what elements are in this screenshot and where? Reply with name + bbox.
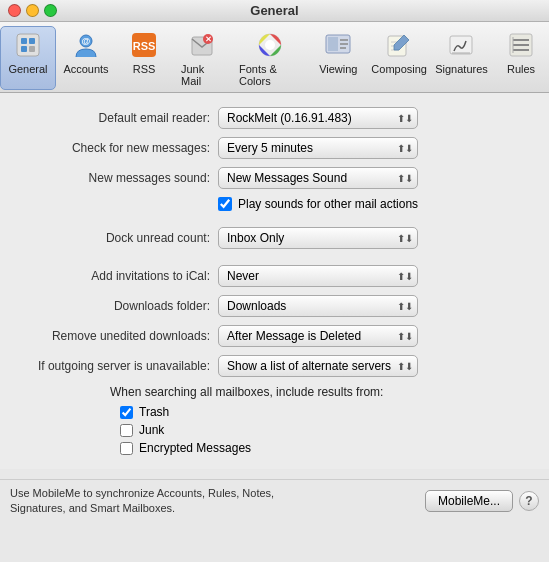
minimize-button[interactable]: [26, 4, 39, 17]
toolbar-item-junk-mail[interactable]: ✕ Junk Mail: [174, 26, 230, 90]
play-sounds-label: Play sounds for other mail actions: [238, 197, 418, 211]
play-sounds-checkbox[interactable]: [218, 197, 232, 211]
dock-unread-control: Inbox Only ⬆⬇: [218, 227, 529, 249]
check-messages-label: Check for new messages:: [20, 141, 210, 155]
svg-rect-4: [29, 46, 35, 52]
svg-rect-2: [21, 46, 27, 52]
composing-icon: [383, 29, 415, 61]
new-messages-sound-select-wrapper: New Messages Sound ⬆⬇: [218, 167, 418, 189]
rss-icon: RSS: [128, 29, 160, 61]
search-encrypted-row: Encrypted Messages: [110, 441, 529, 455]
remove-unedited-select[interactable]: After Message is Deleted: [218, 325, 418, 347]
dock-unread-row: Dock unread count: Inbox Only ⬆⬇: [20, 227, 529, 249]
maximize-button[interactable]: [44, 4, 57, 17]
junk-checkbox[interactable]: [120, 424, 133, 437]
search-trash-row: Trash: [110, 405, 529, 419]
toolbar-item-composing[interactable]: Composing: [368, 26, 430, 90]
bottom-section: Use MobileMe to synchronize Accounts, Ru…: [0, 479, 549, 521]
svg-rect-3: [29, 38, 35, 44]
title-bar: General: [0, 0, 549, 22]
window-controls[interactable]: [8, 4, 57, 17]
downloads-folder-label: Downloads folder:: [20, 299, 210, 313]
dock-unread-select[interactable]: Inbox Only: [218, 227, 418, 249]
add-invitations-select-wrapper: Never ⬆⬇: [218, 265, 418, 287]
content-area: Default email reader: RockMelt (0.16.91.…: [0, 93, 549, 469]
new-messages-sound-label: New messages sound:: [20, 171, 210, 185]
bottom-actions: MobileMe... ?: [425, 490, 539, 512]
toolbar: General @ Accounts RSS RSS: [0, 22, 549, 93]
toolbar-label-accounts: Accounts: [63, 63, 108, 75]
remove-unedited-select-wrapper: After Message is Deleted ⬆⬇: [218, 325, 418, 347]
close-button[interactable]: [8, 4, 21, 17]
dock-unread-select-wrapper: Inbox Only ⬆⬇: [218, 227, 418, 249]
toolbar-label-composing: Composing: [371, 63, 427, 75]
trash-checkbox[interactable]: [120, 406, 133, 419]
toolbar-item-general[interactable]: General: [0, 26, 56, 90]
junk-label: Junk: [139, 423, 164, 437]
toolbar-label-junk-mail: Junk Mail: [181, 63, 223, 87]
play-sounds-control: Play sounds for other mail actions: [218, 197, 529, 211]
downloads-folder-select[interactable]: Downloads: [218, 295, 418, 317]
add-invitations-row: Add invitations to iCal: Never ⬆⬇: [20, 265, 529, 287]
toolbar-label-rules: Rules: [507, 63, 535, 75]
bottom-text: Use MobileMe to synchronize Accounts, Ru…: [10, 486, 320, 517]
viewing-icon: [322, 29, 354, 61]
add-invitations-label: Add invitations to iCal:: [20, 269, 210, 283]
default-email-select[interactable]: RockMelt (0.16.91.483): [218, 107, 418, 129]
default-email-row: Default email reader: RockMelt (0.16.91.…: [20, 107, 529, 129]
outgoing-server-select-wrapper: Show a list of alternate servers ⬆⬇: [218, 355, 418, 377]
encrypted-label: Encrypted Messages: [139, 441, 251, 455]
check-messages-select-wrapper: Every 5 minutes ⬆⬇: [218, 137, 418, 159]
check-messages-select[interactable]: Every 5 minutes: [218, 137, 418, 159]
junk-mail-icon: ✕: [186, 29, 218, 61]
svg-rect-23: [450, 36, 472, 54]
check-messages-control: Every 5 minutes ⬆⬇: [218, 137, 529, 159]
play-sounds-row: Play sounds for other mail actions: [20, 197, 529, 219]
outgoing-server-row: If outgoing server is unavailable: Show …: [20, 355, 529, 377]
mobileme-button[interactable]: MobileMe...: [425, 490, 513, 512]
downloads-folder-row: Downloads folder: Downloads ⬆⬇: [20, 295, 529, 317]
default-email-control: RockMelt (0.16.91.483) ⬆⬇: [218, 107, 529, 129]
svg-rect-1: [21, 38, 27, 44]
default-email-label: Default email reader:: [20, 111, 210, 125]
accounts-icon: @: [70, 29, 102, 61]
svg-text:✕: ✕: [205, 35, 212, 44]
remove-unedited-label: Remove unedited downloads:: [20, 329, 210, 343]
trash-label: Trash: [139, 405, 169, 419]
svg-text:RSS: RSS: [133, 40, 156, 52]
toolbar-item-accounts[interactable]: @ Accounts: [58, 26, 114, 90]
rules-icon: [505, 29, 537, 61]
search-section: When searching all mailboxes, include re…: [20, 385, 529, 455]
svg-text:@: @: [82, 36, 91, 46]
svg-rect-0: [17, 34, 39, 56]
toolbar-item-signatures[interactable]: Signatures: [432, 26, 491, 90]
outgoing-server-select[interactable]: Show a list of alternate servers: [218, 355, 418, 377]
remove-unedited-row: Remove unedited downloads: After Message…: [20, 325, 529, 347]
fonts-colors-icon: [254, 29, 286, 61]
outgoing-server-control: Show a list of alternate servers ⬆⬇: [218, 355, 529, 377]
toolbar-label-rss: RSS: [133, 63, 156, 75]
outgoing-server-label: If outgoing server is unavailable:: [20, 359, 210, 373]
add-invitations-control: Never ⬆⬇: [218, 265, 529, 287]
new-messages-sound-select[interactable]: New Messages Sound: [218, 167, 418, 189]
signatures-icon: [445, 29, 477, 61]
window-title: General: [250, 3, 298, 18]
search-junk-row: Junk: [110, 423, 529, 437]
help-button[interactable]: ?: [519, 491, 539, 511]
search-title: When searching all mailboxes, include re…: [110, 385, 529, 399]
toolbar-item-rss[interactable]: RSS RSS: [116, 26, 172, 90]
svg-rect-15: [328, 37, 338, 51]
toolbar-item-fonts-colors[interactable]: Fonts & Colors: [232, 26, 308, 90]
default-email-select-wrapper: RockMelt (0.16.91.483) ⬆⬇: [218, 107, 418, 129]
downloads-folder-select-wrapper: Downloads ⬆⬇: [218, 295, 418, 317]
check-messages-row: Check for new messages: Every 5 minutes …: [20, 137, 529, 159]
add-invitations-select[interactable]: Never: [218, 265, 418, 287]
toolbar-item-rules[interactable]: Rules: [493, 26, 549, 90]
toolbar-item-viewing[interactable]: Viewing: [310, 26, 366, 90]
general-icon: [12, 29, 44, 61]
svg-point-13: [265, 40, 275, 50]
new-messages-sound-row: New messages sound: New Messages Sound ⬆…: [20, 167, 529, 189]
encrypted-checkbox[interactable]: [120, 442, 133, 455]
toolbar-label-fonts-colors: Fonts & Colors: [239, 63, 301, 87]
toolbar-label-viewing: Viewing: [319, 63, 357, 75]
